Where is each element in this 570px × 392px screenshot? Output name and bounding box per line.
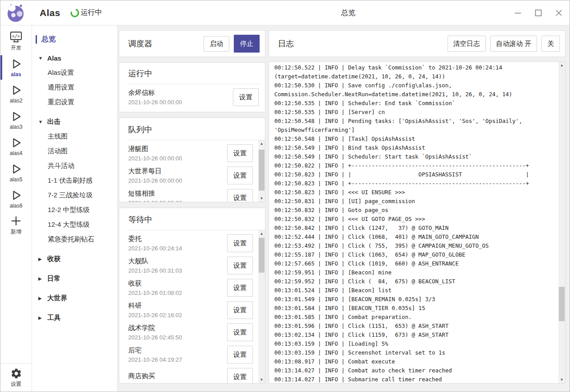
menu-item[interactable]: 通用设置 [32,80,117,95]
menu-item[interactable]: 1-1 伏击刷好感 [32,173,117,188]
task-setting-button[interactable]: 设置 [227,189,253,202]
rail-item-play[interactable]: alas2 [0,81,32,107]
task-setting-button[interactable]: 设置 [227,144,253,162]
scroll-thumb[interactable] [259,150,265,191]
log-line: 00:13:01.585 | INFO | Combat preparation… [274,313,558,322]
alas-logo-icon [6,3,26,23]
task-setting-button[interactable]: 设置 [227,167,253,184]
scroll-up-icon[interactable]: ▲ [258,140,265,147]
pending-card: 队列中 潜艇图2021-10-26 00:00:00设置大世界每日2021-10… [119,118,265,202]
rail-item-play[interactable]: alas3 [0,107,32,133]
menu-item[interactable]: 重启设置 [32,95,117,110]
task-row: 后宅2021-10-26 04:19:27设置 [128,343,258,366]
scheduler-card: 调度器 启动 停止 [119,30,265,57]
scroll-thumb[interactable] [259,238,265,273]
autoscroll-toggle-button[interactable]: 自动滚动 开 [490,36,537,52]
rail-item-play[interactable]: alas5 [0,159,32,186]
task-info: 短猫相接2021-10-26 00:00:00 [128,189,227,202]
task-info: 大舰队2021-10-26 00:31:03 [128,257,227,274]
menu-item[interactable]: 12-4 大型练级 [32,217,117,232]
menu-item[interactable]: 7-2 三战捡垃圾 [32,188,117,203]
task-row: 余烬信标2021-10-26 00:00:00设置 [128,84,260,110]
menu-group-label: 收获 [47,255,61,263]
rail-item-play[interactable]: alas4 [0,133,32,159]
log-line: 00:13:14.027 | INFO | Submarine call tim… [274,375,558,383]
maximize-button[interactable] [534,8,543,17]
rail-item-label: alas6 [10,203,23,209]
log-line: 'OpsiMeowfficerFarming'] [274,126,558,135]
scroll-down-icon[interactable]: ▼ [558,376,565,383]
page-title: 总览 [341,8,355,18]
menu-group[interactable]: ▶大世界 [32,291,117,306]
log-scrollbar[interactable]: ▲ ▼ [558,62,565,383]
running-card: 运行中 余烬信标2021-10-26 00:00:00设置 [119,62,265,112]
menu-item[interactable]: Alas设置 [32,65,117,80]
log-line: 00:13:01.524 | INFO | [Beacon] list [274,286,558,295]
task-setting-button[interactable]: 设置 [227,301,253,319]
log-output[interactable]: 00:12:50.522 | INFO | Delay task `Commis… [269,62,558,383]
close-button[interactable] [554,8,563,17]
chevron-right-icon: ▶ [38,257,44,261]
rail-item-play[interactable]: alas6 [0,186,32,212]
scroll-track[interactable] [558,69,565,376]
scroll-down-icon[interactable]: ▼ [258,195,265,202]
menu-group[interactable]: ▶收获 [32,252,117,266]
instance-sidebar: </>开发alasalas2alas3alas4alas5alas6新增 设置 [0,25,32,392]
start-button[interactable]: 启动 [204,36,229,52]
menu-group[interactable]: ▶日常 [32,271,117,286]
task-setting-button[interactable]: 设置 [227,368,253,383]
task-setting-button[interactable]: 设置 [227,323,253,341]
menu-group[interactable]: ▶工具 [32,310,117,325]
log-line: 00:12:50.530 | INFO | Save config ./conf… [274,81,558,90]
pending-scrollbar[interactable]: ▲ ▼ [258,140,265,202]
waiting-title: 等待中 [128,214,265,225]
rail-item-label: alas3 [10,124,23,130]
app-title: Alas [40,8,60,18]
clear-log-button[interactable]: 清空日志 [448,36,486,52]
log-line: 00:12:50.842 | INFO | Click (1247, 37) @… [274,224,558,233]
menu-item[interactable]: 主线图 [32,129,117,144]
task-setting-button[interactable]: 设置 [227,346,253,363]
rail-item-label: 开发 [11,44,21,52]
task-time: 2021-10-26 00:24:14 [128,245,227,252]
task-name: 战术学院 [128,323,227,332]
minimize-button[interactable] [513,8,522,17]
task-setting-button[interactable]: 设置 [227,279,253,297]
task-time: 2021-10-26 00:00:00 [128,99,233,106]
menu-item[interactable]: 共斗活动 [32,159,117,173]
task-info: 潜艇图2021-10-26 00:00:00 [128,144,227,162]
log-line: 00:12:50.823 | INFO | | OPSIASHASSIST | [274,170,558,179]
scroll-thumb[interactable] [559,287,565,321]
log-line: 00:12:50.535 | INFO | Scheduler: End tas… [274,99,558,108]
task-setting-button[interactable]: 设置 [227,234,253,252]
task-time: 2021-10-26 00:00:00 [128,155,227,162]
menu-item[interactable]: 12-2 中型练级 [32,203,117,217]
rail-item-code-monitor[interactable]: </>开发 [0,28,32,54]
menu-group[interactable]: ▼Alas [32,51,117,65]
task-setting-button[interactable]: 设置 [233,88,259,106]
menu-item-overview[interactable]: 总览 [32,33,117,46]
menu-group-label: 出击 [47,118,61,126]
menu-item[interactable]: 活动图 [32,144,117,159]
rail-item-plus[interactable]: 新增 [0,212,32,238]
scroll-down-icon[interactable]: ▼ [258,376,265,383]
settings-label: 设置 [11,380,21,388]
task-row: 战术学院2021-10-26 02:45:50设置 [128,321,258,343]
waiting-scrollbar[interactable]: ▲ ▼ [258,230,265,383]
menu-item[interactable]: 紧急委托刷钻石 [32,232,117,247]
app-body: </>开发alasalas2alas3alas4alas5alas6新增 设置 … [0,25,570,392]
rail-item-label: alas2 [10,98,23,104]
scroll-track[interactable] [258,147,265,195]
settings-button[interactable]: 设置 [0,363,32,392]
menu-group[interactable]: ▼出击 [32,114,117,129]
scroll-up-icon[interactable]: ▲ [558,62,565,69]
scroll-up-icon[interactable]: ▲ [258,230,265,237]
stop-button[interactable]: 停止 [234,35,260,53]
task-setting-button[interactable]: 设置 [227,257,253,274]
log-line: 00:12:59.952 | INFO | Click ( 84, 675) @… [274,277,558,286]
autoscroll-off-button[interactable]: 关 [542,36,560,52]
rail-item-play-selected[interactable]: alas [0,54,32,81]
task-name: 大舰队 [128,257,227,265]
scroll-track[interactable] [258,237,265,376]
chevron-down-icon: ▼ [38,56,44,61]
